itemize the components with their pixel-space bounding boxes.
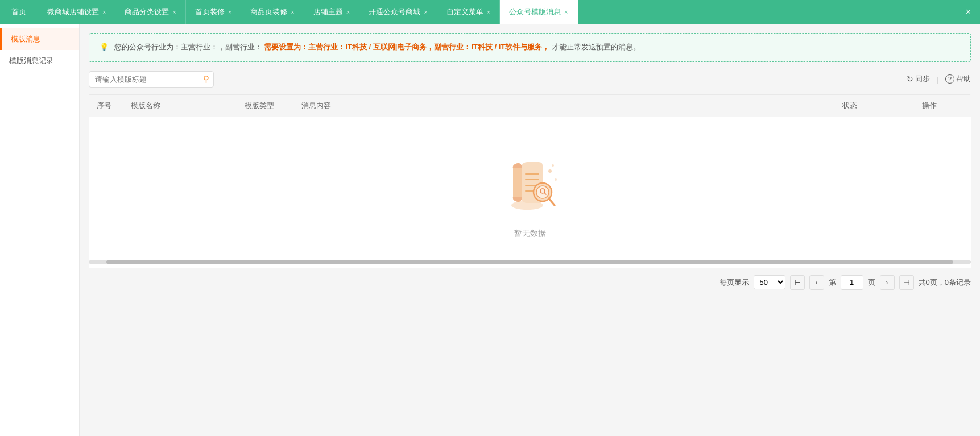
search-button[interactable]: ⚲ <box>203 74 209 84</box>
data-table: 序号 模版名称 模版类型 消息内容 状态 操作 <box>89 94 971 256</box>
last-page-button[interactable]: ⊣ <box>899 275 914 290</box>
tab-label: 开通公众号商城 <box>369 7 420 17</box>
tab-open-wechat-shop[interactable]: 开通公众号商城 × <box>359 0 437 24</box>
col-header-index: 序号 <box>89 94 123 117</box>
sidebar: 模版消息 模版消息记录 <box>0 24 80 436</box>
help-button[interactable]: ? 帮助 <box>945 74 971 84</box>
help-label: 帮助 <box>956 74 971 84</box>
svg-point-6 <box>536 186 549 198</box>
tab-label: 微商城店铺设置 <box>47 7 99 17</box>
tab-close-open-wechat-shop[interactable]: × <box>424 9 427 15</box>
notice-highlight: 需要设置为：主营行业：IT科技 / 互联网|电子商务，副营行业：IT科技 / I… <box>264 43 549 51</box>
notice-prefix: 您的公众号行业为：主营行业：，副营行业： <box>114 43 262 51</box>
toolbar-right: ↻ 同步 | ? 帮助 <box>907 74 971 84</box>
tab-custom-menu[interactable]: 自定义菜单 × <box>437 0 500 24</box>
toolbar-divider: | <box>937 75 938 84</box>
col-header-name: 模版名称 <box>123 94 237 117</box>
page-size-select[interactable]: 50 10 20 100 <box>754 275 785 289</box>
tab-label: 商品页装修 <box>250 7 287 17</box>
empty-state-row: 暂无数据 <box>89 117 971 256</box>
col-header-action: 操作 <box>914 94 971 117</box>
content-area: 💡 您的公众号行业为：主营行业：，副营行业： 需要设置为：主营行业：IT科技 /… <box>80 24 980 436</box>
help-icon: ? <box>945 74 954 84</box>
svg-point-12 <box>552 164 554 167</box>
tab-wechat-shop[interactable]: 微商城店铺设置 × <box>38 0 115 24</box>
sidebar-item-label: 模版消息记录 <box>9 56 53 65</box>
scrollbar-thumb[interactable] <box>106 260 953 264</box>
tab-label: 公众号模版消息 <box>509 7 561 17</box>
tab-template-msg[interactable]: 公众号模版消息 × <box>500 0 577 24</box>
col-header-content: 消息内容 <box>293 94 834 117</box>
tab-home-decor[interactable]: 首页装修 × <box>186 0 241 24</box>
sidebar-item-template-message-log[interactable]: 模版消息记录 <box>0 50 79 72</box>
current-page-input[interactable] <box>841 275 863 290</box>
search-bar: ⚲ ↻ 同步 | ? 帮助 <box>89 71 971 88</box>
notice-icon: 💡 <box>100 43 109 51</box>
close-all-tabs-button[interactable]: × <box>957 7 980 17</box>
table-header-row: 序号 模版名称 模版类型 消息内容 状态 操作 <box>89 94 971 117</box>
tab-shop-theme[interactable]: 店铺主题 × <box>304 0 359 24</box>
search-input[interactable] <box>89 71 214 88</box>
home-tab-label: 首页 <box>11 7 26 17</box>
total-label: 共0页，0条记录 <box>919 277 971 288</box>
tab-close-wechat-shop[interactable]: × <box>102 9 106 15</box>
tab-label: 首页装修 <box>195 7 225 17</box>
page-size-label: 每页显示 <box>720 277 749 288</box>
tab-label: 自定义菜单 <box>446 7 483 17</box>
prev-page-button[interactable]: ‹ <box>809 275 824 290</box>
pagination-bar: 每页显示 50 10 20 100 ⊢ ‹ 第 页 › ⊣ 共0页，0条记录 <box>89 268 971 292</box>
first-page-button[interactable]: ⊢ <box>790 275 805 290</box>
sync-button[interactable]: ↻ 同步 <box>907 74 930 84</box>
main-layout: 模版消息 模版消息记录 💡 您的公众号行业为：主营行业：，副营行业： 需要设置为… <box>0 24 980 436</box>
empty-state: 暂无数据 <box>89 117 971 256</box>
sync-icon: ↻ <box>907 74 913 84</box>
tab-close-product-category[interactable]: × <box>172 9 176 15</box>
tab-product-decor[interactable]: 商品页装修 × <box>241 0 304 24</box>
tab-close-home-decor[interactable]: × <box>228 9 231 15</box>
tab-product-category[interactable]: 商品分类设置 × <box>115 0 185 24</box>
page-label-prefix: 第 <box>829 277 836 288</box>
horizontal-scrollbar[interactable] <box>89 260 971 264</box>
sync-label: 同步 <box>915 74 930 84</box>
svg-point-10 <box>548 169 552 173</box>
empty-text: 暂无数据 <box>89 229 971 239</box>
col-header-status: 状态 <box>834 94 914 117</box>
page-label-suffix: 页 <box>868 277 875 288</box>
tab-close-product-decor[interactable]: × <box>291 9 294 15</box>
sidebar-item-template-message[interactable]: 模版消息 <box>0 28 79 50</box>
search-input-wrap: ⚲ <box>89 71 214 88</box>
next-page-button[interactable]: › <box>880 275 895 290</box>
col-header-type: 模版类型 <box>237 94 293 117</box>
tab-label: 商品分类设置 <box>125 7 169 17</box>
search-icon: ⚲ <box>203 74 209 84</box>
data-table-wrap: 序号 模版名称 模版类型 消息内容 状态 操作 <box>89 94 971 268</box>
tab-close-template-msg[interactable]: × <box>564 9 568 15</box>
notice-box: 💡 您的公众号行业为：主营行业：，副营行业： 需要设置为：主营行业：IT科技 /… <box>89 33 971 62</box>
tab-label: 店铺主题 <box>313 7 343 17</box>
svg-line-7 <box>549 198 555 205</box>
tab-home[interactable]: 首页 <box>0 0 38 24</box>
tab-close-custom-menu[interactable]: × <box>487 9 490 15</box>
tab-bar: 首页 微商城店铺设置 × 商品分类设置 × 首页装修 × 商品页装修 × 店铺主… <box>0 0 980 24</box>
notice-suffix: 才能正常发送预置的消息。 <box>552 43 640 51</box>
tab-close-shop-theme[interactable]: × <box>346 9 350 15</box>
empty-illustration <box>496 151 564 219</box>
svg-point-11 <box>555 178 557 181</box>
sidebar-item-label: 模版消息 <box>11 35 40 43</box>
